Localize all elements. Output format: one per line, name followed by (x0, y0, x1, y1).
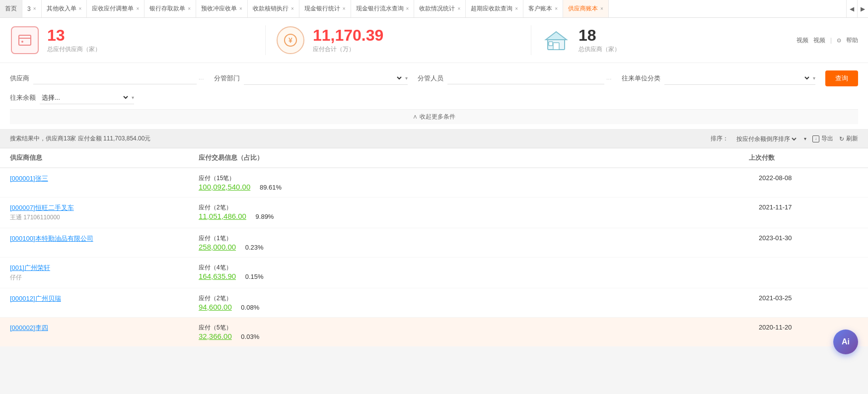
tx-amount-link[interactable]: 32,366.00 (199, 332, 232, 340)
refresh-button[interactable]: ↻ 刷新 (839, 134, 858, 143)
summary-links: 视频 视频 | ⊙ 帮助 (796, 36, 858, 45)
balance-label: 往来余额 (10, 93, 36, 102)
tx-percent: 89.61% (260, 184, 282, 191)
data-table: 供应商信息 应付交易信息（占比） 上次付数 [000001]张三 应付（15笔）… (0, 148, 868, 347)
divider: | (830, 37, 832, 44)
tx-label: 应付（2笔） (199, 294, 759, 303)
sort-select[interactable]: 按应付余额倒序排序 (734, 135, 798, 143)
close-icon[interactable]: × (515, 6, 518, 11)
supplier-name-link[interactable]: [000100]本特勤油品有限公司 (10, 234, 199, 243)
nav-item-bank-deposit[interactable]: 银行存取款单 × (145, 0, 196, 18)
supplier-name-link[interactable]: [000012]广州贝瑞 (10, 294, 199, 303)
payable-suppliers-value: 13 (47, 27, 101, 43)
nav-item-3[interactable]: 3 × (22, 0, 42, 18)
collapse-button[interactable]: ∧ 收起更多条件 (10, 109, 858, 124)
close-icon[interactable]: × (343, 6, 346, 11)
results-bar: 搜索结果中，供应商13家 应付金额 111,703,854.00元 排序： 按应… (0, 130, 868, 148)
person-input[interactable] (447, 72, 604, 84)
summary-card-total-suppliers: 18 总供应商（家） (531, 25, 796, 55)
supplier-name-link[interactable]: [000007]恒旺二手叉车 (10, 203, 199, 212)
close-icon[interactable]: × (406, 6, 409, 11)
supplier-name-link[interactable]: [000002]李四 (10, 324, 199, 332)
supplier-name-link[interactable]: [000001]张三 (10, 174, 199, 183)
close-icon[interactable]: × (555, 6, 558, 11)
video-link[interactable]: 视频 (796, 36, 808, 45)
total-payable-value: 11,170.39 (313, 27, 383, 43)
svg-text:¥: ¥ (289, 36, 292, 44)
export-button[interactable]: ↓ 导出 (812, 134, 833, 143)
supplier-input[interactable] (33, 72, 197, 84)
header-supplier: 供应商信息 (10, 153, 199, 162)
last-pay-date: 2023-01-30 (759, 234, 792, 242)
balance-select[interactable]: 选择... (40, 91, 130, 104)
close-icon[interactable]: × (79, 6, 82, 11)
tx-label: 应付（5笔） (199, 324, 759, 332)
close-icon[interactable]: × (600, 6, 603, 11)
category-select[interactable] (664, 72, 811, 84)
category-label: 往来单位分类 (622, 74, 660, 83)
tx-amount-link[interactable]: 100,092,540.00 (199, 183, 250, 191)
nav-item-payment-stat[interactable]: 收款情况统计 × (414, 0, 466, 18)
tx-percent: 0.08% (241, 304, 259, 311)
nav-item-overdue-ar[interactable]: 超期应收款查询 × (466, 0, 523, 18)
close-icon[interactable]: × (188, 6, 191, 11)
nav-item-cash-bank-flow[interactable]: 现金银行流水查询 × (351, 0, 415, 18)
total-suppliers-value: 18 (579, 27, 620, 43)
filter-balance: 往来余额 选择... ▾ (10, 91, 134, 104)
nav-item-advance-offset[interactable]: 预收冲应收单 × (196, 0, 248, 18)
summary-card-payable-suppliers: 13 总应付供应商（家） (10, 25, 265, 55)
nav-next-arrow[interactable]: ▶ (857, 0, 868, 18)
header-last-pay: 上次付数 (749, 153, 848, 162)
summary-card-total-payable: ¥ 11,170.39 应付合计（万） (265, 25, 531, 55)
balance-chevron-icon: ▾ (132, 95, 134, 100)
nav-arrows: ◀ ▶ (846, 0, 868, 18)
supplier-name-link[interactable]: [001]广州荣轩 (10, 263, 199, 272)
close-icon[interactable]: × (239, 6, 242, 11)
tx-percent: 0.03% (241, 333, 259, 340)
tx-label: 应付（1笔） (199, 234, 759, 243)
table-row: [000100]本特勤油品有限公司 应付（1笔） 258,000.00 0.23… (0, 228, 868, 258)
close-icon[interactable]: × (457, 6, 460, 11)
nav-item-supplier-ledger[interactable]: 供应商账本 × (563, 0, 609, 18)
nav-item-home[interactable]: 首页 (0, 0, 22, 18)
tx-label: 应付（4笔） (199, 263, 759, 272)
dept-select[interactable] (244, 72, 404, 84)
last-pay-date: 2022-08-08 (759, 174, 792, 182)
tx-amount-link[interactable]: 11,051,486.00 (199, 212, 246, 220)
help-label[interactable]: 帮助 (846, 36, 858, 45)
close-icon[interactable]: × (136, 6, 139, 11)
filter-dept: 分管部门 ▾ (214, 72, 408, 85)
person-dots-btn[interactable]: ··· (606, 75, 612, 82)
tx-amount-link[interactable]: 258,000.00 (199, 243, 236, 251)
filter-person: 分管人员 ··· (418, 72, 612, 84)
table-header: 供应商信息 应付交易信息（占比） 上次付数 (0, 148, 868, 168)
svg-point-2 (21, 41, 23, 43)
nav-item-customer-ledger[interactable]: 客户账本 × (523, 0, 563, 18)
dept-chevron-icon: ▾ (405, 75, 408, 81)
nav-item-ar-ap-adjust[interactable]: 应收应付调整单 × (87, 0, 145, 18)
total-payable-label: 应付合计（万） (313, 45, 383, 54)
table-row: [000012]广州贝瑞 应付（2笔） 94,600.00 0.08% 2021… (0, 288, 868, 318)
search-button[interactable]: 查询 (825, 70, 858, 86)
tx-amount-link[interactable]: 94,600.00 (199, 303, 232, 311)
top-nav: 首页 3 × 其他收入单 × 应收应付调整单 × 银行存取款单 × 预收冲应收单… (0, 0, 868, 18)
sort-chevron-icon: ▾ (804, 136, 806, 141)
video-label[interactable]: 视频 (813, 36, 825, 45)
nav-item-payment-exec[interactable]: 收款核销执行 × (248, 0, 299, 18)
table-row: [000002]李四 应付（5笔） 32,366.00 0.03% 2020-1… (0, 318, 868, 347)
supplier-dots-btn[interactable]: ··· (199, 75, 204, 82)
nav-item-cash-bank-stat[interactable]: 现金银行统计 × (299, 0, 351, 18)
results-summary-text: 搜索结果中，供应商13家 应付金额 111,703,854.00元 (10, 134, 150, 143)
close-icon[interactable]: × (33, 6, 36, 11)
payable-icon (10, 25, 40, 55)
tx-amount-link[interactable]: 164,635.90 (199, 272, 236, 280)
sort-area: 排序： 按应付余额倒序排序 ▾ ↓ 导出 ↻ 刷新 (711, 134, 858, 143)
svg-rect-7 (553, 43, 559, 50)
export-icon: ↓ (812, 135, 819, 142)
table-row: [000007]恒旺二手叉车 王通 17106110000 应付（2笔） 11,… (0, 197, 868, 228)
close-icon[interactable]: × (291, 6, 294, 11)
last-pay-date: 2020-11-20 (759, 324, 792, 331)
nav-prev-arrow[interactable]: ◀ (846, 0, 857, 18)
nav-item-other-income[interactable]: 其他收入单 × (42, 0, 87, 18)
header-extra (848, 153, 858, 162)
